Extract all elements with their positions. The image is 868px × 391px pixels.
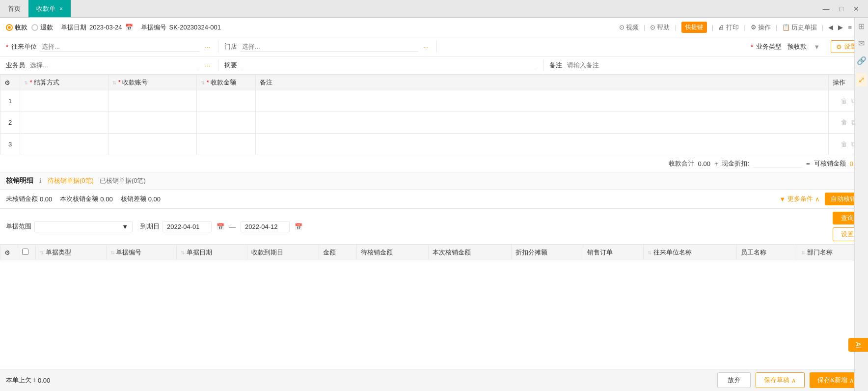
calendar-icon[interactable]: 📅 (125, 24, 133, 31)
summary-input[interactable] (240, 60, 537, 70)
sidebar-mail-icon[interactable]: ✉ (858, 39, 865, 48)
row-settle-2[interactable] (20, 112, 108, 134)
ai-badge[interactable]: Ai (848, 338, 868, 352)
close-btn[interactable]: ✕ (850, 4, 862, 14)
row-account-3[interactable] (108, 134, 197, 155)
shortcut-btn[interactable]: 快捷键 (681, 22, 707, 33)
cal-from-icon[interactable]: 📅 (217, 223, 224, 230)
maximize-btn[interactable]: □ (837, 4, 846, 14)
store-label: 门店 (224, 42, 237, 51)
row-amount-3[interactable] (197, 134, 256, 155)
salesperson-input[interactable] (28, 60, 200, 70)
sort-arrows-account: ⇅ (112, 80, 116, 85)
discard-btn[interactable]: 放弃 (717, 372, 751, 388)
video-icon: ⊙ (619, 24, 624, 31)
business-type-value[interactable]: 预收款 (787, 42, 807, 51)
row-account-1[interactable] (108, 90, 197, 112)
delete-icon-1[interactable]: 🗑 (841, 97, 847, 105)
sort-arrows-settle: ⇅ (24, 80, 28, 85)
date-label: 单据日期 (61, 23, 86, 32)
operation-icon: ⚙ (751, 24, 757, 31)
history-label: 历史单据 (791, 23, 817, 32)
current-value: 0.00 (100, 196, 112, 203)
delete-icon-3[interactable]: 🗑 (841, 140, 847, 148)
video-link[interactable]: ⊙ 视频 (619, 23, 639, 32)
counterparty-label: 往来单位 (11, 42, 37, 51)
store-input[interactable] (240, 42, 418, 52)
col-account-label: 收款账号 (122, 79, 148, 86)
radio-group: 收款 退款 (6, 23, 53, 32)
remark-input[interactable] (565, 60, 862, 70)
tab-home[interactable]: 首页 (0, 0, 28, 17)
draft-btn[interactable]: 保存草稿 ∧ (756, 372, 805, 388)
range-dropdown-icon: ▼ (122, 223, 128, 230)
settings-icon[interactable]: ⚙ (4, 79, 10, 86)
col-settle: ⇅ * 结算方式 (20, 75, 108, 90)
radio-tuikuan[interactable]: 退款 (31, 23, 53, 32)
btcol-counterparty-label: 往来单位名称 (653, 249, 692, 256)
docnum-label: 单据编号 (141, 23, 166, 32)
draft-dropdown-icon[interactable]: ∧ (791, 377, 796, 384)
btcol-salesorder-label: 销售订单 (587, 249, 613, 256)
discount-input[interactable] (753, 160, 802, 168)
store-ellipsis[interactable]: ··· (421, 43, 431, 51)
sidebar-expand-icon[interactable]: ⤢ (856, 73, 867, 86)
table-row: 3 🗑 ⧉ (0, 134, 868, 155)
pending-tab[interactable]: 待核销单据(0笔) (48, 176, 94, 185)
print-link[interactable]: 🖨 打印 (718, 23, 739, 32)
date-from-input[interactable] (163, 221, 212, 232)
save-dropdown-icon[interactable]: ∧ (849, 377, 854, 384)
row-amount-1[interactable] (197, 90, 256, 112)
prev-icon[interactable]: ◀ (828, 24, 833, 31)
minimize-btn[interactable]: — (820, 4, 833, 14)
btcol-date-label: 单据日期 (187, 249, 212, 256)
btcol-duedate: 收款到期日 (247, 245, 319, 260)
row-settle-1[interactable] (20, 90, 108, 112)
btcol-settings[interactable]: ⚙ (0, 245, 18, 260)
sidebar-attachment-icon[interactable]: 🔗 (857, 56, 867, 65)
range-select[interactable]: ▼ (34, 221, 133, 232)
btcol-type-label: 单据类型 (46, 249, 71, 256)
equals-sign: = (806, 160, 810, 168)
row-note-2[interactable] (256, 112, 829, 134)
sidebar-table-icon[interactable]: ⊞ (858, 22, 865, 31)
date-value[interactable]: 2023-03-24 (89, 24, 122, 31)
business-dropdown-icon[interactable]: ▼ (814, 43, 820, 51)
list-icon[interactable]: ≡ (848, 24, 852, 31)
date-to-input[interactable] (241, 221, 290, 232)
chevron-up-icon: ∧ (815, 196, 820, 203)
salesperson-ellipsis[interactable]: ··· (203, 62, 212, 69)
operation-link[interactable]: ⚙ 操作 (751, 23, 771, 32)
gear-icon: ⚙ (836, 43, 842, 51)
next-icon[interactable]: ▶ (838, 24, 843, 31)
divider2 (436, 41, 437, 53)
more-conditions-btn[interactable]: ▼ 更多条件 ∧ (779, 195, 820, 203)
counterparty-input[interactable] (40, 42, 200, 52)
done-tab[interactable]: 已核销单据(0笔) (100, 176, 146, 185)
row-account-2[interactable] (108, 112, 197, 134)
sep6: | (822, 24, 823, 31)
radio-tuikuan-label: 退款 (40, 23, 53, 32)
col-settings[interactable]: ⚙ (0, 75, 20, 90)
counterparty-ellipsis[interactable]: ··· (203, 43, 212, 51)
radio-shoukuan[interactable]: 收款 (6, 23, 27, 32)
btcol-amount: 金额 (319, 245, 357, 260)
row-note-3[interactable] (256, 134, 829, 155)
help-label: 帮助 (657, 23, 670, 32)
row-settle-3[interactable] (20, 134, 108, 155)
current-stat: 本次核销金额 0.00 (60, 195, 112, 203)
delete-icon-2[interactable]: 🗑 (841, 118, 847, 127)
row-note-1[interactable] (256, 90, 829, 112)
col-amount: ⇅ * 收款金额 (197, 75, 256, 90)
help-link[interactable]: ⊙ 帮助 (650, 23, 670, 32)
diff-label: 核销差额 (121, 195, 146, 203)
tab-close-icon[interactable]: × (59, 5, 63, 12)
history-link[interactable]: 📋 历史单据 (782, 23, 817, 32)
select-all-checkbox[interactable] (22, 249, 28, 255)
sort-arrows-amount: ⇅ (201, 80, 205, 85)
tab-active[interactable]: 收款单 × (28, 0, 71, 17)
filter-row: 单据范围 ▼ 到期日 📅 — 📅 查询 设置 (0, 209, 868, 245)
cal-to-icon[interactable]: 📅 (295, 223, 302, 230)
btcol-checkbox[interactable] (18, 245, 36, 260)
row-amount-2[interactable] (197, 112, 256, 134)
